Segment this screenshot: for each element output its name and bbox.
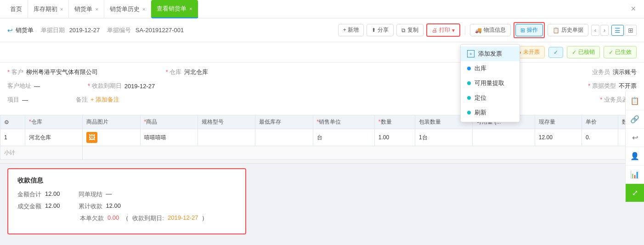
new-button[interactable]: + 新增 (338, 24, 364, 36)
th-product: *商品 (140, 115, 198, 129)
sidebar-icon-2[interactable]: 🔗 (626, 110, 644, 129)
logistics-button[interactable]: 🚚 物流信息 (470, 24, 511, 36)
close-tab-inventory[interactable]: × (60, 6, 63, 12)
cumulative-label: 累计收款 (79, 202, 102, 211)
outbound-dot (467, 67, 471, 70)
close-window-icon[interactable]: × (627, 4, 639, 13)
scrollbar-area[interactable] (0, 160, 644, 164)
address-label: 客户地址 (7, 82, 31, 90)
number-value: SA-20191227-001 (136, 27, 184, 34)
salesperson-value: 演示账号 (613, 68, 637, 76)
th-warehouse: *仓库 (25, 115, 82, 129)
history-button[interactable]: 📋 历史单据 (548, 24, 588, 36)
copy-icon: ⧉ (401, 27, 406, 34)
effective-icon: ✓ (609, 49, 613, 56)
th-settings[interactable]: ⚙ (0, 115, 25, 129)
right-sidebar: 📋 🔗 ↩ 👤 📊 ⤢ (625, 92, 644, 202)
effective-btn[interactable]: ✓ 已生效 (604, 46, 637, 58)
share-button[interactable]: ⬆ 分享 (367, 24, 394, 36)
expand-icon-glyph: ⤢ (632, 188, 638, 197)
payment-row-1: 金额合计 12.00 同单现结 — (17, 190, 236, 199)
address-field: 客户地址 — (7, 82, 40, 90)
cumulative-payment: 累计收款 12.00 (79, 202, 121, 211)
ticket-type-value: 不开票 (619, 82, 637, 90)
row-unit: 台 (313, 129, 374, 146)
sidebar-icon-5-glyph: 📊 (630, 170, 639, 179)
doc-type-label: 销货单 (16, 26, 34, 34)
operation-button[interactable]: ⊞ 操作 (515, 24, 543, 36)
table-row: 1 河北仓库 🖼 嘻嘻嘻嘻 台 1.00 1台 (0, 129, 644, 146)
outbound-label: 出库 (475, 64, 486, 73)
row-stock: 12.00 (535, 129, 582, 146)
menu-locate[interactable]: 定位 (461, 91, 520, 105)
doc-type-icon: ↩ (7, 27, 13, 34)
tab-sales-order[interactable]: 销货单 × (69, 0, 104, 18)
sold-btn[interactable]: ✓ 已核销 (567, 46, 600, 58)
same-settlement: 同单现结 — (79, 190, 112, 199)
sidebar-icon-5[interactable]: 📊 (626, 165, 644, 184)
tab-inventory-init[interactable]: 库存期初 × (28, 0, 69, 18)
balance-note-close: ） (202, 214, 208, 222)
print-icon: 🖨 (432, 27, 437, 34)
th-unit-price: 单价 (582, 115, 618, 129)
total-label: 金额合计 (17, 190, 41, 199)
print-dropdown-icon: ▾ (452, 27, 455, 34)
next-arrow[interactable]: › (600, 25, 609, 36)
same-settlement-value: — (106, 190, 112, 199)
warehouse-value[interactable]: 河北仓库 (184, 68, 208, 76)
payment-row-2: 成交金额 12.00 累计收款 12.00 (17, 202, 236, 211)
check-btn[interactable]: ✓ (548, 47, 563, 58)
grid-view-btn[interactable]: ⊞ (625, 25, 637, 36)
sidebar-icon-1[interactable]: 📋 (626, 92, 644, 110)
copy-button[interactable]: ⧉ 复制 (396, 24, 424, 36)
refresh-dot (467, 111, 471, 114)
sidebar-icon-4[interactable]: 👤 (626, 147, 644, 165)
prev-arrow[interactable]: ‹ (591, 25, 599, 36)
close-tab-sales[interactable]: × (95, 6, 98, 12)
th-stock: 现存量 (535, 115, 582, 129)
menu-refresh[interactable]: 刷新 (461, 105, 520, 120)
toolbar-actions: + 新增 ⬆ 分享 ⧉ 复制 🖨 打印 ▾ 🚚 物流信息 ⊞ (338, 22, 637, 38)
locate-dot (467, 96, 471, 100)
available-qty-dot (467, 81, 471, 85)
sidebar-expand-icon[interactable]: ⤢ (626, 184, 644, 202)
table-area: ⚙ *仓库 商品图片 *商品 规格型号 最低库存 *销售单位 *数量 包装数量 … (0, 115, 644, 160)
menu-available-qty[interactable]: 可用量提取 (461, 76, 520, 91)
customer-value[interactable]: 柳州粤港平安气体有限公司 (26, 68, 118, 76)
menu-add-invoice[interactable]: + 添加发票 (461, 46, 520, 61)
sidebar-icon-1-glyph: 📋 (630, 97, 639, 105)
form-area: 客户 柳州粤港平安气体有限公司 仓库 河北仓库 业务员 演示账号 客户地址 — … (0, 63, 644, 115)
add-note-button[interactable]: 添加备注 (90, 96, 119, 104)
list-view-btn[interactable]: ☰ (611, 25, 624, 36)
payment-date-value[interactable]: 2019-12-27 (124, 83, 155, 90)
cumulative-value: 12.00 (106, 202, 121, 211)
due-date-value: 2019-12-27 (168, 214, 198, 222)
doc-meta: 单据日期 2019-12-27 单据编号 SA-20191227-001 (41, 26, 184, 34)
menu-outbound[interactable]: 出库 (461, 61, 520, 76)
close-tab-history[interactable]: × (142, 6, 145, 12)
history-icon: 📋 (553, 27, 559, 34)
view-toggle: ☰ ⊞ (611, 25, 637, 36)
subtotal-row: 小计 (0, 146, 644, 160)
share-icon: ⬆ (372, 27, 376, 33)
print-button[interactable]: 🖨 打印 ▾ (426, 23, 460, 37)
th-spec: 规格型号 (198, 115, 255, 129)
project-field: 项目 — (7, 96, 28, 104)
operation-highlight-box: ⊞ 操作 (514, 22, 545, 38)
product-image-icon: 🖼 (89, 134, 95, 141)
row-num: 1 (0, 129, 25, 146)
sidebar-icon-3[interactable]: ↩ (626, 129, 644, 147)
close-tab-view[interactable]: × (189, 6, 192, 11)
tab-sales-history[interactable]: 销货单历史 × (104, 0, 151, 18)
same-settlement-label: 同单现结 (79, 190, 102, 199)
row-available (473, 129, 535, 146)
tab-view-sales[interactable]: 查看销货单 × (151, 0, 198, 18)
row-unit-price: 0. (582, 129, 618, 146)
date-label: 单据日期 2019-12-27 (41, 26, 100, 34)
th-image: 商品图片 (83, 115, 140, 129)
tab-home[interactable]: 首页 (5, 0, 28, 18)
settings-icon[interactable]: ⚙ (4, 119, 9, 125)
logistics-icon: 🚚 (475, 27, 482, 34)
due-date-label: 收款到期日: (132, 214, 164, 222)
project-label: 项目 (7, 96, 19, 104)
